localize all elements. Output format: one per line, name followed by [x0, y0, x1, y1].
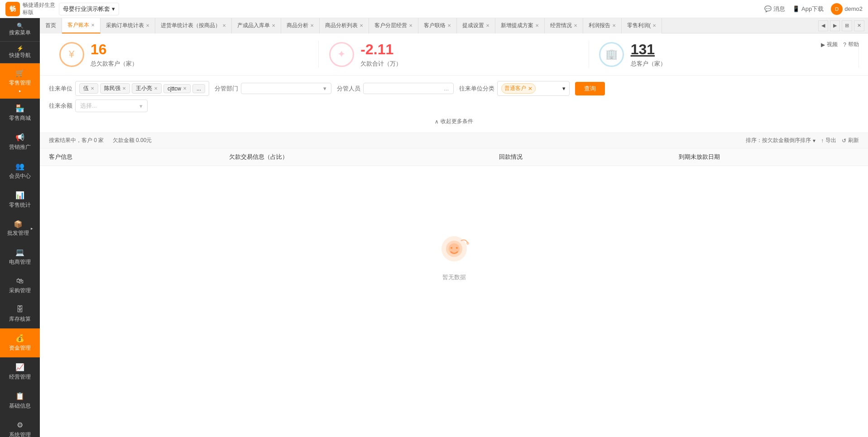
total-customers-label: 总客户（家）: [631, 60, 666, 68]
stat-info-customers: 16 总欠款客户（家）: [91, 41, 138, 68]
expand-icon: ...: [444, 85, 449, 92]
customer-type-tag: 普通客户 ✕: [501, 83, 536, 94]
user-avatar[interactable]: D demo2: [831, 3, 863, 15]
tab-cost-entry[interactable]: 产成品入库单 ✕: [232, 18, 281, 33]
tab-business-status[interactable]: 经营情况 ✕: [545, 18, 583, 33]
tab-new-promotion[interactable]: 新增提成方案 ✕: [495, 18, 545, 33]
sidebar-item-ops[interactable]: 📈 经营管理: [0, 357, 40, 386]
sort-select[interactable]: 排序：按欠款金额倒序排序 ▾: [746, 137, 815, 144]
close-promotion-settings-tab[interactable]: ✕: [486, 23, 489, 28]
refresh-btn[interactable]: ↺ 刷新: [842, 137, 859, 144]
sidebar-item-sys[interactable]: ⚙ 系统管理: [0, 415, 40, 437]
close-customer-contact-tab[interactable]: ✕: [447, 23, 451, 28]
page-content: ¥ 16 总欠款客户（家） ✦ -2.11 欠款合计（万）: [40, 33, 868, 437]
close-customer-balance-tab[interactable]: ✕: [91, 23, 95, 28]
chevron-down-balance: ▾: [139, 103, 143, 109]
balance-label: 往来余额: [49, 102, 72, 110]
sidebar-item-marketing[interactable]: 📢 营销推广: [0, 128, 40, 157]
help-icon: ?: [843, 42, 846, 48]
message-btn[interactable]: 💬 消息: [764, 5, 785, 13]
empty-state: 暂无数据: [409, 204, 499, 309]
tab-customer-balance[interactable]: 客户账本 ✕: [62, 18, 101, 33]
tab-purchase-order[interactable]: 采购订单统计表 ✕: [101, 18, 155, 33]
sidebar-item-retail-mgmt[interactable]: 🛒 零售管理 ▸: [0, 63, 40, 99]
close-goods-stats-tab[interactable]: ✕: [222, 23, 226, 28]
stat-overdue-customers: ¥ 16 总欠款客户（家）: [49, 41, 319, 68]
tab-close-all-btn[interactable]: ✕: [854, 20, 864, 31]
close-cost-entry-tab[interactable]: ✕: [272, 23, 275, 28]
table-header: 客户信息 欠款交易信息（占比） 回款情况 到期未放款日期: [40, 148, 868, 166]
overdue-customers-number: 16: [91, 41, 138, 58]
sidebar-item-basic-info[interactable]: 📋 基础信息: [0, 386, 40, 415]
svg-point-2: [449, 243, 460, 254]
close-goods-analysis-list-tab[interactable]: ✕: [360, 23, 363, 28]
tab-profit-report[interactable]: 利润报告 ✕: [583, 18, 622, 33]
tab-goods-stats[interactable]: 进货单统计表（按商品） ✕: [155, 18, 232, 33]
logo-area: 畅 畅捷通好生意 标版: [5, 2, 55, 16]
close-purchase-order-tab[interactable]: ✕: [146, 23, 149, 28]
overdue-total-number: -2.11: [360, 41, 402, 58]
sidebar-item-purchase[interactable]: 🛍 采购管理: [0, 271, 40, 300]
mall-icon: 🏪: [15, 104, 24, 113]
remove-wu-tag[interactable]: ✕: [91, 86, 94, 91]
export-btn[interactable]: ↑ 导出: [821, 137, 836, 144]
person-select[interactable]: ...: [363, 83, 454, 94]
tab-prev-btn[interactable]: ◀: [818, 20, 828, 31]
tab-customer-seg[interactable]: 客户分层经营 ✕: [369, 18, 418, 33]
help-btn[interactable]: ? 帮助: [843, 41, 859, 48]
svg-point-5: [466, 242, 469, 245]
store-selector[interactable]: 母婴行业演示帐套 ▾: [59, 3, 119, 15]
app-download-btn[interactable]: 📱 App下载: [792, 5, 824, 13]
sidebar-item-ecom[interactable]: 💻 电商管理: [0, 242, 40, 271]
stat-info-overdue: -2.11 欠款合计（万）: [360, 41, 402, 68]
stat-icon-overdue: ✦: [328, 41, 355, 68]
stat-overdue-total: ✦ -2.11 欠款合计（万）: [319, 41, 589, 68]
empty-text: 暂无数据: [442, 273, 466, 281]
tab-next-btn[interactable]: ▶: [830, 20, 840, 31]
tab-bar-actions: ◀ ▶ ⊞ ✕: [818, 20, 868, 31]
sidebar-item-member[interactable]: 👥 会员中心: [0, 157, 40, 185]
unit-input[interactable]: 伍 ✕ 陈民强 ✕ 王小亮 ✕: [75, 81, 209, 96]
more-units-tag[interactable]: ...: [192, 84, 205, 93]
stats-icon: 📊: [15, 191, 24, 200]
sidebar-item-inventory[interactable]: 🗄 库存核算: [0, 300, 40, 328]
sidebar-item-batch-mgmt[interactable]: 📦 批发管理 ▸: [0, 214, 40, 242]
sidebar-item-retail-stats[interactable]: 📊 零售统计: [0, 185, 40, 214]
tab-goods-analysis[interactable]: 商品分析 ✕: [281, 18, 320, 33]
logo-text: 畅捷通好生意 标版: [23, 2, 55, 16]
video-help-btn[interactable]: ▶ 视频: [821, 41, 838, 48]
remove-cjttcw-tag[interactable]: ✕: [183, 86, 187, 91]
top-bar: 畅 畅捷通好生意 标版 母婴行业演示帐套 ▾ 💬 消息 📱 App下载 D de…: [0, 0, 868, 18]
chevron-up-icon: ∧: [435, 119, 439, 125]
collapse-button[interactable]: ∧ 收起更多条件: [433, 116, 475, 127]
sidebar-quick-nav[interactable]: ⚡ 快捷导航: [0, 42, 40, 63]
person-filter: 分管人员 ...: [337, 83, 454, 94]
close-customer-seg-tab[interactable]: ✕: [409, 23, 412, 28]
sidebar-search[interactable]: 🔍 搜索菜单: [0, 18, 40, 42]
dept-select[interactable]: ▾: [241, 83, 331, 94]
unit-type-input[interactable]: 普通客户 ✕ ▾: [497, 81, 570, 96]
query-button[interactable]: 查询: [575, 82, 605, 95]
close-goods-analysis-tab[interactable]: ✕: [310, 23, 314, 28]
close-new-promotion-tab[interactable]: ✕: [535, 23, 539, 28]
purchase-icon: 🛍: [16, 277, 24, 285]
tab-expand-btn[interactable]: ⊞: [842, 20, 852, 31]
sidebar-item-retail-mall[interactable]: 🏪 零售商城: [0, 99, 40, 128]
chevron-down-icon: ▾: [323, 85, 326, 92]
remove-wang-tag[interactable]: ✕: [154, 86, 158, 91]
remove-customer-tag[interactable]: ✕: [528, 86, 532, 92]
close-retail-profit-tab[interactable]: ✕: [652, 23, 656, 28]
tab-goods-analysis-list[interactable]: 商品分析列表 ✕: [320, 18, 369, 33]
tab-retail-profit[interactable]: 零售利润( ✕: [622, 18, 662, 33]
dept-label: 分管部门: [215, 85, 238, 93]
balance-select[interactable]: 选择... ▾: [75, 100, 148, 112]
tab-home[interactable]: 首页: [40, 18, 62, 33]
remove-chen-tag[interactable]: ✕: [122, 86, 126, 91]
dept-filter: 分管部门 ▾: [215, 83, 331, 94]
close-profit-report-tab[interactable]: ✕: [612, 23, 616, 28]
tab-customer-contact[interactable]: 客户联络 ✕: [418, 18, 457, 33]
refresh-icon: ↺: [842, 138, 846, 144]
sidebar-item-finance[interactable]: 💰 资金管理: [0, 328, 40, 357]
close-business-status-tab[interactable]: ✕: [574, 23, 577, 28]
tab-promotion-settings[interactable]: 提成设置 ✕: [457, 18, 495, 33]
